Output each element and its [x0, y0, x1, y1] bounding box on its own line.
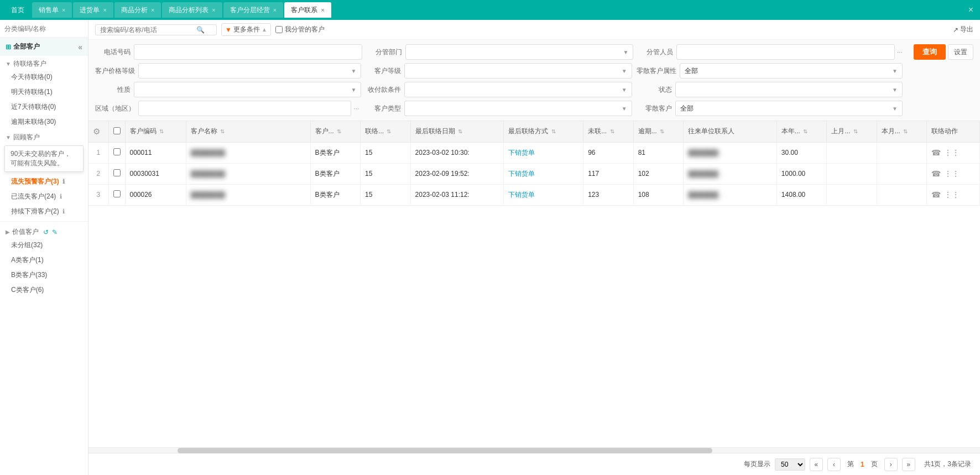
group-review-triangle[interactable]: ▼	[6, 134, 11, 140]
tab-sales[interactable]: 销售单 ×	[32, 2, 72, 18]
row-this-month	[877, 163, 926, 184]
sidebar-item-b-class[interactable]: B类客户(33)	[0, 268, 88, 283]
this-year-sort-icon[interactable]: ⇅	[803, 128, 807, 134]
query-button[interactable]: 查询	[914, 44, 946, 60]
last-date-sort-icon[interactable]: ⇅	[458, 128, 462, 134]
more-conditions-button[interactable]: ▼ 更多条件 ▲	[221, 23, 271, 36]
export-button[interactable]: ↗ 导出	[953, 25, 973, 34]
close-purchase-icon[interactable]: ×	[103, 7, 106, 13]
sidebar-item-tomorrow-pending[interactable]: 明天待联络(1)	[0, 85, 88, 100]
sidebar-item-a-class[interactable]: A类客户(1)	[0, 253, 88, 268]
nature-select[interactable]: ▼	[134, 82, 361, 97]
page-last-button[interactable]: »	[902, 458, 915, 471]
retail-customer-select[interactable]: 全部 ▼	[675, 101, 903, 116]
tab-home[interactable]: 首页	[4, 2, 31, 18]
row-action-more-icon[interactable]: ⋮⋮	[944, 169, 960, 178]
tab-goods-list[interactable]: 商品分析列表 ×	[162, 2, 222, 18]
code-sort-icon[interactable]: ⇅	[159, 128, 164, 134]
sidebar-item-c-class[interactable]: C类客户(6)	[0, 283, 88, 297]
close-customer-layer-icon[interactable]: ×	[273, 7, 277, 13]
sidebar-item-churn-warning[interactable]: 流失预警客户(3) ℹ	[0, 174, 88, 189]
region-dots-icon[interactable]: ···	[351, 105, 361, 112]
sidebar-all-customers[interactable]: ⊞ 全部客户 «	[0, 38, 88, 56]
filter-nature: 性质 ▼	[95, 82, 361, 97]
filter-customer-type: 客户类型 ▼	[366, 101, 632, 116]
row-checkbox[interactable]	[113, 190, 121, 197]
scroll-thumb[interactable]	[178, 448, 712, 453]
sidebar-item-already-churned[interactable]: 已流失客户(24) ℹ	[0, 189, 88, 204]
close-goods-analysis-icon[interactable]: ×	[151, 7, 154, 13]
sidebar-item-declining[interactable]: 持续下滑客户(2) ℹ	[0, 204, 88, 219]
row-last-method[interactable]: 下销货单	[504, 184, 583, 205]
tab-purchase[interactable]: 进货单 ×	[73, 2, 113, 18]
sidebar-item-overdue-pending[interactable]: 逾期未联络(30)	[0, 114, 88, 129]
type-sort-icon[interactable]: ⇅	[337, 128, 341, 134]
my-customers-checkbox[interactable]: 我分管的客户	[275, 25, 325, 34]
edit-value-icon[interactable]: ✎	[52, 228, 58, 236]
page-prev-button[interactable]: ‹	[827, 458, 841, 471]
settings-button[interactable]: 设置	[948, 44, 973, 60]
row-action-phone-icon[interactable]: ☎	[931, 190, 941, 199]
sidebar-item-today-pending[interactable]: 今天待联络(0)	[0, 70, 88, 85]
row-action-more-icon[interactable]: ⋮⋮	[944, 190, 960, 199]
staff-select[interactable]	[676, 44, 895, 60]
page-first-button[interactable]: «	[810, 458, 823, 471]
collapse-sidebar-button[interactable]: «	[78, 43, 82, 51]
close-all-tabs-button[interactable]: ×	[968, 5, 973, 15]
tab-goods-analysis[interactable]: 商品分析 ×	[114, 2, 161, 18]
close-goods-list-icon[interactable]: ×	[212, 7, 215, 13]
contact-sort-icon[interactable]: ⇅	[387, 128, 391, 134]
close-customer-contact-icon[interactable]: ×	[321, 7, 324, 13]
group-pending-triangle[interactable]: ▼	[6, 61, 11, 67]
already-churned-info-icon[interactable]: ℹ	[60, 193, 62, 200]
row-checkbox[interactable]	[113, 148, 121, 155]
status-select[interactable]: ▼	[675, 82, 903, 97]
no-contact-sort-icon[interactable]: ⇅	[610, 128, 614, 134]
table-settings-icon[interactable]: ⚙	[93, 127, 100, 136]
churn-warning-info-icon[interactable]: ℹ	[62, 178, 65, 185]
action-buttons: 查询 设置	[914, 44, 973, 60]
horizontal-scrollbar[interactable]	[88, 447, 980, 453]
col-type-label: 客户...	[315, 127, 334, 135]
last-month-sort-icon[interactable]: ⇅	[853, 128, 858, 134]
this-month-sort-icon[interactable]: ⇅	[903, 128, 908, 134]
row-last-month	[827, 142, 877, 163]
row-action-more-icon[interactable]: ⋮⋮	[944, 148, 960, 157]
select-all-checkbox[interactable]	[113, 127, 121, 134]
per-page-select[interactable]: 50 100 200	[775, 458, 805, 471]
sidebar-search-input[interactable]	[4, 25, 87, 33]
declining-info-icon[interactable]: ℹ	[62, 208, 65, 215]
sidebar-item-7days-pending[interactable]: 近7天待联络(0)	[0, 100, 88, 114]
customer-type-select[interactable]: ▼	[404, 101, 632, 116]
refresh-value-icon[interactable]: ↺	[43, 228, 49, 236]
sidebar-item-ungrouped[interactable]: 未分组(32)	[0, 238, 88, 253]
phone-input[interactable]	[134, 44, 362, 60]
row-action-phone-icon[interactable]: ☎	[931, 169, 941, 178]
page-next-button[interactable]: ›	[884, 458, 898, 471]
tab-goods-list-label: 商品分析列表	[169, 6, 208, 15]
customer-level-select[interactable]: ▼	[404, 63, 632, 79]
tab-customer-contact[interactable]: 客户联系 ×	[284, 2, 331, 18]
row-last-method[interactable]: 下销货单	[504, 142, 583, 163]
customer-search-icon[interactable]: 🔍	[196, 26, 205, 34]
my-customers-check[interactable]	[275, 26, 283, 33]
close-sales-icon[interactable]: ×	[62, 7, 65, 13]
col-this-year-label: 本年...	[781, 127, 800, 135]
row-this-year: 1408.00	[776, 184, 826, 205]
row-checkbox[interactable]	[113, 169, 121, 176]
region-select[interactable]	[138, 101, 351, 116]
price-level-select[interactable]: ▼	[138, 63, 361, 79]
customer-search-input[interactable]	[100, 26, 194, 34]
row-action-phone-icon[interactable]: ☎	[931, 148, 941, 157]
filter-payment: 收付款条件 ▼	[366, 82, 632, 97]
tab-customer-layer[interactable]: 客户分层经营 ×	[223, 2, 283, 18]
retail-attr-select[interactable]: 全部 ▼	[680, 63, 903, 79]
overdue-sort-icon[interactable]: ⇅	[660, 128, 664, 134]
group-value-triangle[interactable]: ▶	[6, 229, 10, 235]
payment-select[interactable]: ▼	[404, 82, 632, 97]
row-last-method[interactable]: 下销货单	[504, 163, 583, 184]
dept-select[interactable]: ▼	[405, 44, 634, 60]
last-method-sort-icon[interactable]: ⇅	[551, 128, 556, 134]
name-sort-icon[interactable]: ⇅	[220, 128, 225, 134]
staff-dots-icon[interactable]: ···	[895, 48, 905, 56]
